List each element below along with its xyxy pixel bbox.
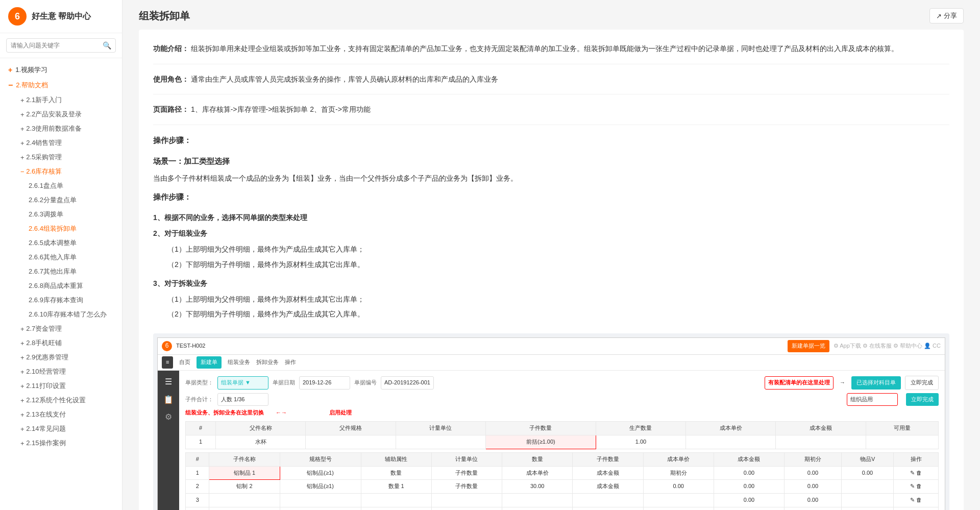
plus-icon: + [20,125,24,133]
plus-icon: + [20,411,24,419]
sidebar-item-docs[interactable]: − 2.帮助文档 [0,78,122,93]
table-row: 3 0.00 0.00 [186,494,939,507]
step-2-2: （2）下部明细为子件明细，最终作为原材料生成其它出库单。 [167,257,949,272]
search-icon[interactable]: 🔍 [103,41,111,50]
search-area: 🔍 [0,33,122,58]
path-label: 页面路径： [153,105,189,113]
role-label: 使用角色： [153,75,189,83]
col-cost-amt2: 成本金额 [714,452,784,466]
sidebar-item-payment[interactable]: + 2.13在线支付 [12,407,122,422]
plus-icon: + [20,382,24,390]
sidebar-item-label: 2.5采购管理 [26,153,62,162]
step-2: 2、对于组装业务 （1）上部明细为父件明细，最终作为产成品生成其它入库单； （2… [153,226,949,276]
sidebar-item-assembly[interactable]: 2.6.4组装拆卸单 [20,222,122,236]
path-content: 1、库存核算->库存管理->组装拆卸单 2、首页->常用功能 [191,105,371,113]
sidebar-item-transfer[interactable]: 2.6.3调拨单 [20,207,122,222]
col-child-qty: 子件数量 [485,422,596,435]
feature-intro-section: 功能介绍： 组装拆卸单用来处理企业组装或拆卸等加工业务，支持有固定装配清单的产品… [153,42,949,56]
plus-icon: + [8,66,12,74]
mock-app: 6 TEST-H002 新建单据一览 ⚙ App下载 ⚙ 在线客服 ⚙ 帮助中心… [157,337,945,510]
mock-count-label: 子件合计： [185,395,213,405]
mock-child-table: # 子件名称 规格型号 辅助属性 计量单位 数量 子件数量 成本单价 成本金额 [185,452,939,510]
sidebar-item-cases[interactable]: + 2.15操作案例 [12,436,122,450]
docs-submenu: + 2.1新手入门 + 2.2产品安装及登录 + 2.3使用前数据准备 + 2.… [0,93,122,450]
col-num: # [186,422,216,435]
col-cost-unit2: 成本单价 [643,452,714,466]
sidebar-item-coupon[interactable]: + 2.9优惠券管理 [12,350,122,365]
sidebar-item-data-prep[interactable]: + 2.3使用前数据准备 [12,122,122,136]
sidebar-item-install[interactable]: + 2.2产品安装及登录 [12,107,122,122]
sidebar-item-ledger-error[interactable]: 2.6.10库存账本错了怎么办 [20,307,122,322]
mock-topbar: 6 TEST-H002 新建单据一览 ⚙ App下载 ⚙ 在线客服 ⚙ 帮助中心… [158,338,945,355]
sidebar-item-video[interactable]: + 1.视频学习 [0,62,122,78]
operation-header: 操作步骤： [153,133,949,147]
mock-menu-icon: ≡ [162,356,173,369]
mock-nav-home: 自页 [179,357,190,368]
sidebar-item-finance[interactable]: + 2.7资金管理 [12,322,122,336]
plus-icon: + [20,325,24,333]
sidebar-item-inventory[interactable]: − 2.6库存核算 [12,164,122,179]
sidebar-item-cost-recalc[interactable]: 2.6.8商品成本重算 [20,279,122,293]
plus-icon: + [20,139,24,147]
col-qty: 数量 [502,452,573,466]
mock-left-panel: ☰ 📋 ⚙ ← ↕ [158,371,179,510]
mock-panel-icon-2: 📋 [163,393,174,407]
sidebar-item-label: 2.1新手入门 [26,95,62,105]
mock-count-value: 人数 1/36 [217,393,268,406]
minus-icon: − [8,81,13,90]
scenario1-desc: 当由多个子件材料组装成一个成品的业务为【组装】业务，当由一个父件拆分成多个子产品… [153,172,949,185]
col-cost-unit: 成本单价 [686,422,776,435]
sidebar-item-newbie[interactable]: + 2.1新手入门 [12,93,122,107]
sidebar-item-other-outbound[interactable]: 2.6.7其他出库单 [20,264,122,279]
share-icon: ↗ [936,12,942,20]
col-parent-name: 父件名称 [216,422,306,435]
sidebar-nav: + 1.视频学习 − 2.帮助文档 + 2.1新手入门 + 2.2产品安装及登录… [0,58,122,510]
sidebar-item-inventory-ledger[interactable]: 2.6.9库存账本查询 [20,293,122,307]
step-3-1: （1）上部明细为父件明细，最终作为原材料生成其它出库单； [167,292,949,307]
plus-icon: + [20,339,24,347]
share-button[interactable]: ↗ 分享 [929,8,964,23]
content-body: 功能介绍： 组装拆卸单用来处理企业组装或拆卸等加工业务，支持有固定装配清单的产品… [139,30,964,510]
main-content: 组装拆卸单 ↗ 分享 功能介绍： 组装拆卸单用来处理企业组装或拆卸等加工业务，支… [122,0,980,510]
col-item: 物品V [841,452,894,466]
plus-icon: + [20,397,24,404]
sidebar-item-mobile[interactable]: + 2.8手机旺铺 [12,336,122,350]
share-label: 分享 [944,11,957,20]
mock-nav-assembly: 组装业务 [228,357,250,368]
col-child-name: 子件名称 [209,452,280,466]
sidebar-item-sales[interactable]: + 2.4销售管理 [12,136,122,150]
page-title: 组装拆卸单 [139,9,190,23]
sidebar-item-label: 2.6库存核算 [26,167,62,176]
path-section: 页面路径： 1、库存核算->库存管理->组装拆卸单 2、首页->常用功能 [153,103,949,116]
feature-intro-text: 功能介绍： 组装拆卸单用来处理企业组装或拆卸等加工业务，支持有固定装配清单的产品… [153,42,949,56]
search-box[interactable]: 🔍 [6,38,116,53]
sidebar-item-partial-stocktake[interactable]: 2.6.2分量盘点单 [20,193,122,207]
divider-2 [153,94,949,94]
mock-type-value: 组装单据 ▼ [217,376,268,390]
sidebar-item-ops[interactable]: + 2.10经营管理 [12,365,122,379]
app-logo-icon: 6 [8,7,27,26]
table-row: 1 水杯 前括(≥1.00) 1.00 [186,435,939,449]
sidebar-item-personalize[interactable]: + 2.12系统个性化设置 [12,393,122,407]
col-unit: 计量单位 [396,422,485,435]
feature-intro-content: 组装拆卸单用来处理企业组装或拆卸等加工业务，支持有固定装配清单的产品加工业务，也… [191,44,898,53]
sidebar-item-faq[interactable]: + 2.14常见问题 [12,422,122,436]
mock-navbar: ≡ 自页 新建单 组装业务 拆卸业务 操作 [158,355,945,371]
mock-annotation-3: 组装业务、拆卸业务在这里切换 [185,409,264,416]
mock-annotation-4: 启用处理 [329,409,352,416]
sidebar-item-stocktake[interactable]: 2.6.1盘点单 [20,179,122,193]
sidebar-item-label: 2.4销售管理 [26,138,62,148]
mock-nav-disassembly: 拆卸业务 [256,357,279,368]
mock-content-area: ☰ 📋 ⚙ ← ↕ 单据类型： 组装单据 ▼ 单据日期 2019-12- [158,371,945,510]
mock-nav-ops: 操作 [285,357,296,368]
col-cost-amt: 成本金额 [776,422,866,435]
sidebar-item-cost-adjust[interactable]: 2.6.5成本调整单 [20,236,122,250]
search-input[interactable] [11,42,103,49]
table-row: 4 [186,507,939,510]
sidebar-item-other-inbound[interactable]: 2.6.6其他入库单 [20,250,122,264]
step-3: 3、对于拆装业务 （1）上部明细为父件明细，最终作为原材料生成其它出库单； （2… [153,276,949,326]
inventory-submenu: 2.6.1盘点单 2.6.2分量盘点单 2.6.3调拨单 2.6.4组装拆卸单 … [12,179,122,322]
sidebar-item-purchase[interactable]: + 2.5采购管理 [12,150,122,164]
step-list: 1、根据不同的业务，选择不同单据的类型来处理 2、对于组装业务 （1）上部明细为… [153,210,949,325]
sidebar-item-print[interactable]: + 2.11打印设置 [12,379,122,393]
